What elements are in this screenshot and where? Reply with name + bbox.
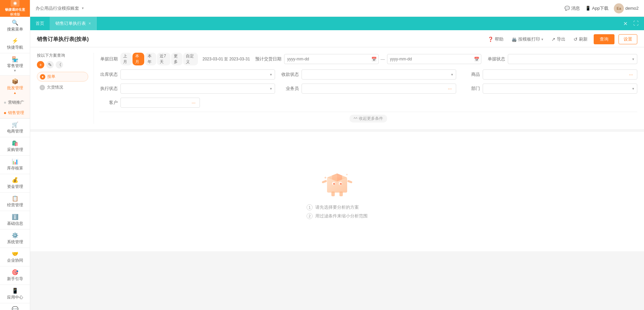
inventory-icon: 📊: [12, 158, 18, 165]
sidebar-item-inventory[interactable]: 📊 库存核算: [0, 156, 30, 174]
sidebar-item-tutorial-label: 新手引导: [7, 276, 23, 282]
tab-close-window-btn[interactable]: ✕: [621, 19, 629, 28]
filter-field-shipment: 出库状态 ▾: [99, 69, 275, 80]
sidebar-purchase-section: 🛍️ 采购管理: [0, 137, 30, 156]
empty-steps: 1 请先选择要分析的方案 2 用过滤条件来缩小分析范围: [307, 204, 368, 219]
sidebar-item-quicknav[interactable]: ⚡ 快捷导航: [0, 35, 30, 53]
sidebar-item-marketing[interactable]: 营销推广: [0, 97, 30, 108]
filter-plan-item-order[interactable]: ● 按单: [37, 72, 88, 82]
sidebar-item-inventory-label: 库存核算: [7, 165, 23, 171]
wechat-icon: 💬: [12, 306, 18, 310]
filter-sidebar-title: 按以下方案查询: [37, 53, 88, 58]
sidebar-item-operations[interactable]: 📋 经营管理: [0, 193, 30, 211]
date-tab-custom[interactable]: 自定义: [183, 53, 198, 65]
plan-icon-active: ●: [40, 74, 45, 80]
user-profile[interactable]: Ea demo2: [614, 3, 639, 13]
salesperson-select[interactable]: ···: [302, 84, 456, 94]
expected-date-start-input[interactable]: [284, 54, 378, 64]
product-dots[interactable]: ···: [628, 72, 634, 77]
purchase-icon: 🛍️: [12, 140, 18, 146]
collapse-up-icon: ^^: [354, 116, 357, 121]
shipment-status-select[interactable]: ▾: [120, 69, 275, 80]
tab-home[interactable]: 首页: [30, 17, 50, 30]
sidebar-item-search-label: 搜索菜单: [7, 27, 23, 32]
collapse-plan-btn[interactable]: 《: [56, 61, 63, 68]
print-btn[interactable]: 🖨️ 按模板打印 ▾: [509, 35, 545, 44]
tab-sales-order[interactable]: 销售订单执行表 ×: [50, 17, 97, 30]
sidebar-appcenter-section: 📱 应用中心: [0, 285, 30, 303]
message-icon: 💬: [565, 6, 570, 11]
query-btn[interactable]: 查询: [594, 34, 614, 44]
refresh-label: 刷新: [579, 36, 588, 42]
sidebar-item-ecommerce-label: 电商管理: [7, 128, 23, 134]
collapse-btn[interactable]: ^^ 收起更多条件: [350, 115, 387, 122]
export-icon: ↗: [551, 37, 555, 42]
retail-arrow: ▼: [13, 69, 17, 72]
add-plan-btn[interactable]: +: [37, 61, 44, 68]
filter-field-department: 部门 ▾: [462, 84, 637, 94]
sidebar-item-operations-label: 经营管理: [7, 202, 23, 208]
date-range-display: 2023-03-01 至 2023-03-31: [203, 56, 250, 62]
sidebar-finance-section: 💰 资金管理: [0, 174, 30, 193]
salesperson-dots[interactable]: ···: [446, 86, 453, 91]
expected-date-end-input[interactable]: [387, 54, 481, 64]
plan-icon-gray: ○: [40, 85, 45, 90]
sidebar-baseinfo-section: ℹ️ 基础信息: [0, 211, 30, 229]
filter-plan-item-shortage[interactable]: ○ 欠货情况: [37, 83, 88, 92]
sidebar-item-baseinfo[interactable]: ℹ️ 基础信息: [0, 211, 30, 229]
sidebar-item-system-label: 系统管理: [7, 239, 23, 245]
page-title: 销售订单执行表(按单): [37, 36, 89, 43]
sidebar-item-appcenter-label: 应用中心: [7, 295, 23, 300]
finance-icon: 💰: [12, 177, 18, 183]
date-tab-current-month[interactable]: 本月: [132, 53, 144, 65]
page-content: 销售订单执行表(按单) ❓ 帮助 🖨️ 按模板打印 ▾ ↗ 导出: [30, 30, 644, 310]
sidebar-item-system[interactable]: ⚙️ 系统管理: [0, 229, 30, 248]
execution-label: 执行状态: [99, 86, 118, 92]
sidebar-item-ecommerce[interactable]: 🛒 电商管理: [0, 119, 30, 137]
customer-dots[interactable]: ···: [190, 100, 197, 105]
payment-label: 收款状态: [280, 71, 299, 78]
sidebar-item-sales[interactable]: 销售管理: [0, 108, 30, 118]
customer-select[interactable]: ···: [120, 98, 200, 108]
product-select[interactable]: ···: [483, 69, 637, 80]
svg-rect-11: [322, 180, 327, 184]
main-area: 办公用品行业模拟账套 ▾ 💬 消息 📱 App下载 Ea demo2 首页: [30, 0, 644, 310]
sidebar-item-wechat[interactable]: 💬 企业微信: [0, 303, 30, 310]
export-btn[interactable]: ↗ 导出: [549, 35, 568, 44]
execution-status-select[interactable]: ▾: [120, 84, 275, 94]
print-icon: 🖨️: [512, 37, 517, 42]
message-btn[interactable]: 💬 消息: [565, 5, 580, 11]
sidebar-item-retail[interactable]: 🏪 零售管理 ▼: [0, 53, 30, 75]
empty-step-2-label: 用过滤条件来缩小分析范围: [315, 213, 368, 219]
payment-status-select[interactable]: ▾: [302, 69, 456, 80]
sidebar-item-purchase[interactable]: 🛍️ 采购管理: [0, 137, 30, 155]
department-select[interactable]: ▾: [483, 84, 637, 94]
tab-close-btn[interactable]: ×: [89, 21, 91, 26]
date-tab-7days[interactable]: 近7天: [157, 53, 170, 65]
date-tab-current-year[interactable]: 本年: [145, 53, 156, 65]
refresh-btn[interactable]: ↺ 刷新: [572, 35, 590, 44]
date-tab-last-month[interactable]: 上月: [120, 53, 132, 65]
app-download-btn[interactable]: 📱 App下载: [585, 5, 608, 11]
page-header-actions: ❓ 帮助 🖨️ 按模板打印 ▾ ↗ 导出 ↺ 刷新: [486, 34, 637, 44]
payment-chevron: ▾: [451, 72, 453, 77]
sidebar-item-wholesale[interactable]: 📦 批发管理 ▲: [0, 75, 30, 97]
sidebar-item-finance[interactable]: 💰 资金管理: [0, 174, 30, 192]
tab-maximize-btn[interactable]: ⛶: [632, 19, 640, 28]
wholesale-submenu: 营销推广 销售管理: [0, 97, 30, 118]
edit-plan-btn[interactable]: ✎: [46, 61, 54, 68]
filter-field-date: 单据日期 上月 本月 本年 近7天 更多 自定义 2023-03-01 至 20…: [99, 53, 250, 65]
doc-status-select[interactable]: ▾: [508, 54, 637, 64]
sidebar-item-tutorial[interactable]: 🎯 新手引导: [0, 266, 30, 285]
filter-row-exec: 执行状态 ▾ 业务员 ···: [99, 84, 637, 94]
date-tab-more[interactable]: 更多: [171, 53, 182, 65]
date-separator: —: [380, 57, 386, 62]
settings-btn[interactable]: 设置: [619, 34, 637, 44]
date-label: 单据日期: [99, 56, 118, 62]
help-btn[interactable]: ❓ 帮助: [486, 35, 505, 44]
sidebar-item-search[interactable]: 🔍 搜索菜单: [0, 17, 30, 35]
sidebar-search-section: 🔍 搜索菜单 ⚡ 快捷导航: [0, 17, 30, 53]
sidebar-item-appcenter[interactable]: 📱 应用中心: [0, 285, 30, 303]
filter-sidebar-actions: + ✎ 《: [37, 61, 88, 68]
sidebar-item-collab[interactable]: 🤝 企业协同: [0, 248, 30, 266]
